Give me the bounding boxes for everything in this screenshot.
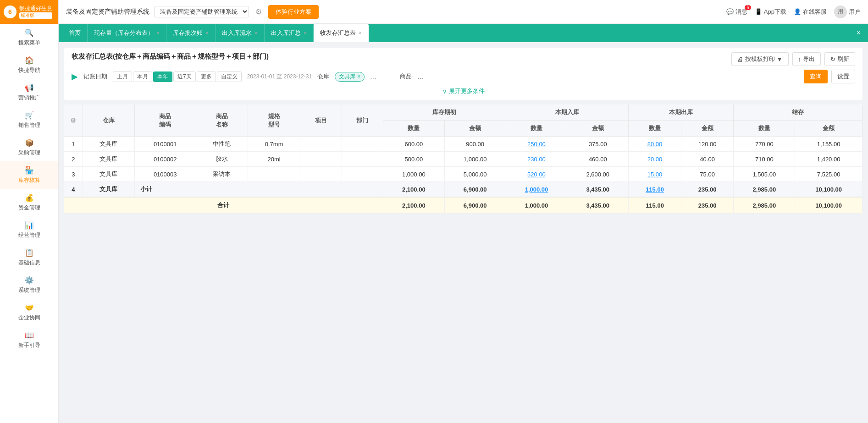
tab-close-inout-flow[interactable]: ×	[254, 30, 258, 36]
tab-receive-summary[interactable]: 收发存汇总表 ×	[314, 24, 369, 42]
warehouse-ellipsis[interactable]: ...	[370, 72, 376, 81]
sidebar: 6 畅捷通好生意 标准版 🔍 搜索菜单 🏠 快捷导航 📢 营销推广 🛒 销售管理…	[0, 0, 59, 423]
finance-icon: 💰	[25, 193, 34, 202]
export-icon: ↑	[798, 56, 802, 63]
export-btn[interactable]: ↑ 导出	[792, 52, 821, 66]
tab-batch[interactable]: 库存批次账 ×	[166, 24, 216, 42]
sidebar-item-business[interactable]: 📊 经营管理	[0, 216, 58, 244]
col-group-opening: 库存期初	[383, 104, 506, 121]
refresh-icon: ↻	[830, 56, 835, 63]
tabbar-close-btn[interactable]: ×	[853, 29, 864, 37]
warehouse-tag[interactable]: 文具库 ×	[335, 72, 365, 82]
sidebar-item-enterprise[interactable]: 🤝 企业协同	[0, 299, 58, 326]
footer-label: 合计	[64, 197, 383, 214]
chevron-down-icon: ▼	[777, 56, 783, 63]
col-product-spec: 规格型号	[248, 104, 300, 137]
col-group-out: 本期出库	[629, 104, 734, 121]
col-group-closing: 结存	[734, 104, 862, 121]
product-ellipsis[interactable]: ...	[417, 72, 423, 81]
tab-inout-summary[interactable]: 出入库汇总 ×	[265, 24, 314, 42]
date-filter-group: 上月 本月 本年 近7天 更多 自定义	[113, 71, 242, 82]
tab-home[interactable]: 首页	[62, 24, 88, 42]
sidebar-item-quick-nav[interactable]: 🏠 快捷导航	[0, 51, 58, 79]
footer-opening-qty: 2,100.00	[383, 197, 444, 214]
footer-closing-amount: 10,100.00	[795, 197, 862, 214]
sidebar-item-finance[interactable]: 💰 资金管理	[0, 189, 58, 216]
message-btn[interactable]: 💬 消息 6	[726, 8, 747, 16]
sidebar-item-system[interactable]: ⚙️ 系统管理	[0, 271, 58, 299]
tab-inout-flow[interactable]: 出入库流水 ×	[216, 24, 265, 42]
tab-close-inout-summary[interactable]: ×	[304, 30, 307, 36]
footer-closing-qty: 2,985.00	[734, 197, 795, 214]
tab-close-receive-summary[interactable]: ×	[359, 30, 362, 36]
date-btn-7days[interactable]: 近7天	[173, 71, 196, 82]
system-title: 装备及固定资产辅助管理系统	[66, 8, 149, 16]
col-project: 项目	[300, 104, 342, 137]
filter-expand-icon[interactable]: ▶	[72, 71, 78, 82]
app-badge: 标准版	[19, 12, 52, 19]
sidebar-item-search[interactable]: 🔍 搜索菜单	[0, 24, 58, 51]
footer-in-qty: 1,000.00	[506, 197, 567, 214]
content-area: 收发存汇总表(按仓库＋商品编码＋商品＋规格型号＋项目＋部门) 🖨 按模板打印 ▼…	[59, 42, 868, 423]
enterprise-icon: 🤝	[25, 303, 34, 312]
date-btn-more[interactable]: 更多	[197, 71, 216, 82]
col-in-qty: 数量	[506, 121, 567, 137]
date-btn-this-month[interactable]: 本月	[133, 71, 152, 82]
date-btn-last-month[interactable]: 上月	[113, 71, 132, 82]
guide-icon: 📖	[25, 331, 34, 340]
chevron-down-icon: ∨	[442, 88, 447, 95]
gear-icon[interactable]: ⚙	[254, 5, 264, 18]
expand-more-btn[interactable]: ∨ 展开更多条件	[442, 87, 485, 95]
print-template-btn[interactable]: 🖨 按模板打印 ▼	[731, 52, 789, 66]
sidebar-item-purchase[interactable]: 📦 采购管理	[0, 134, 58, 161]
user-btn[interactable]: 用 用户	[834, 5, 861, 18]
sidebar-item-marketing[interactable]: 📢 营销推广	[0, 79, 58, 106]
sidebar-item-sales[interactable]: 🛒 销售管理	[0, 106, 58, 134]
message-badge: 6	[745, 5, 751, 10]
date-range-display: 2023-01-01 至 2023-12-31	[247, 73, 312, 81]
system-icon: ⚙️	[25, 276, 34, 285]
app-download-btn[interactable]: 📱 App下载	[755, 8, 786, 16]
footer-opening-amount: 6,900.00	[444, 197, 506, 214]
quick-nav-icon: 🏠	[25, 56, 34, 65]
table-footer-row: 合计 2,100.00 6,900.00 1,000.00 3,435.00 1…	[64, 197, 862, 214]
table-settings-icon[interactable]: ⚙	[70, 117, 76, 124]
sidebar-logo: 6 畅捷通好生意 标准版	[0, 0, 58, 24]
query-btn[interactable]: 查询	[804, 70, 828, 83]
system-select[interactable]: 装备及固定资产辅助管理系统	[154, 6, 249, 17]
refresh-btn[interactable]: ↻ 刷新	[824, 52, 855, 66]
tab-stock-dist[interactable]: 现存量（库存分布表） ×	[88, 24, 166, 42]
print-icon: 🖨	[737, 56, 743, 63]
tab-close-stock-dist[interactable]: ×	[156, 30, 160, 36]
date-filter-label: 记账日期	[83, 72, 107, 81]
col-product-code: 商品编码	[134, 104, 196, 137]
table-row: 2 文具库 0100002 胶水 20ml 500.00 1,000.00 23…	[64, 152, 862, 167]
footer-in-amount: 3,435.00	[567, 197, 629, 214]
subtotal-row: 4 文具库 小计 2,100.00 6,900.00 1,000.00 3,43…	[64, 182, 862, 198]
data-table: ⚙ 仓库 商品编码 商品名称 规格型号 项目 部门 库存期初 本期入库 本期出库…	[64, 104, 862, 214]
marketing-icon: 📢	[25, 83, 34, 92]
online-service-btn[interactable]: 👤 在线客服	[794, 8, 827, 16]
sidebar-item-basic-info[interactable]: 📋 基础信息	[0, 244, 58, 271]
col-warehouse: 仓库	[83, 104, 134, 137]
col-settings: ⚙	[64, 104, 83, 137]
date-btn-this-year[interactable]: 本年	[153, 71, 172, 82]
settings-btn[interactable]: 设置	[831, 70, 855, 83]
col-department: 部门	[342, 104, 383, 137]
col-opening-qty: 数量	[383, 121, 444, 137]
download-icon: 📱	[755, 8, 762, 15]
experience-btn[interactable]: 体验行业方案	[268, 5, 319, 19]
app-name: 畅捷通好生意	[19, 5, 52, 12]
col-out-amount: 金额	[681, 121, 734, 137]
sales-icon: 🛒	[25, 111, 34, 120]
warehouse-tag-close[interactable]: ×	[357, 73, 360, 80]
avatar: 用	[834, 5, 847, 18]
table-row: 1 文具库 0100001 中性笔 0.7mm 600.00 900.00 25…	[64, 137, 862, 152]
logo-icon: 6	[4, 5, 17, 18]
date-btn-custom[interactable]: 自定义	[217, 71, 242, 82]
sidebar-item-inventory[interactable]: 🏪 库存核算	[0, 161, 58, 189]
main-content: 装备及固定资产辅助管理系统 装备及固定资产辅助管理系统 ⚙ 体验行业方案 💬 消…	[59, 0, 868, 423]
page-title: 收发存汇总表(按仓库＋商品编码＋商品＋规格型号＋项目＋部门)	[72, 52, 269, 61]
tab-close-batch[interactable]: ×	[205, 30, 209, 36]
sidebar-item-guide[interactable]: 📖 新手引导	[0, 326, 58, 354]
